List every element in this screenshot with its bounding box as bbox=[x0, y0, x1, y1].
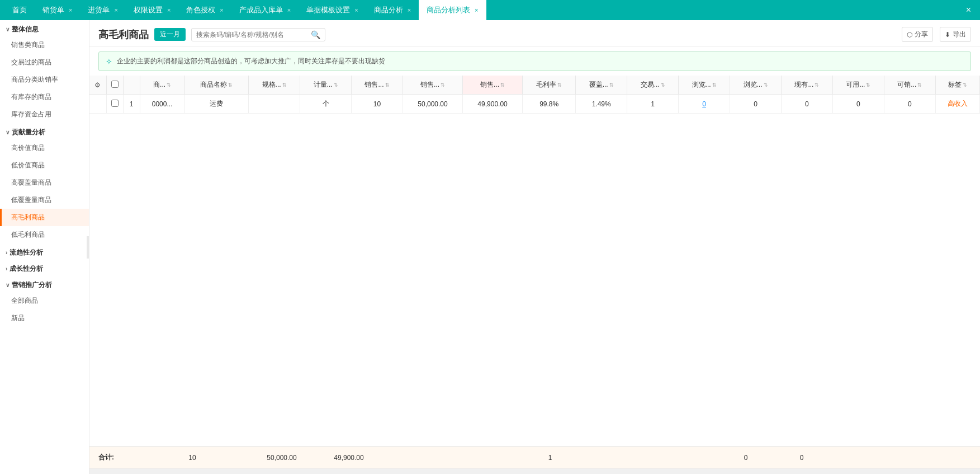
main-layout: « ∨ 整体信息 销售类商品 交易过的商品 商品分类助销率 有库存的商品 库存资… bbox=[0, 20, 980, 474]
nav-tab-home[interactable]: 首页 bbox=[4, 0, 35, 20]
close-roles-tab[interactable]: × bbox=[220, 7, 223, 13]
sidebar-item-stock-goods[interactable]: 有库存的商品 bbox=[0, 88, 89, 106]
col-gross-rate[interactable]: 毛利率⇅ bbox=[523, 76, 576, 95]
sidebar-section-marketing[interactable]: ∨ 营销推广分析 bbox=[0, 276, 89, 292]
col-browse2[interactable]: 浏览...⇅ bbox=[730, 76, 782, 95]
row-current: 0 bbox=[781, 95, 832, 114]
col-unit[interactable]: 计量...⇅ bbox=[300, 76, 352, 95]
nav-tab-analysis[interactable]: 商品分析 × bbox=[366, 0, 419, 20]
sidebar-item-low-coverage[interactable]: 低覆盖量商品 bbox=[0, 191, 89, 209]
col-name[interactable]: 商品名称⇅ bbox=[184, 76, 249, 95]
footer-available: 0 bbox=[774, 454, 830, 462]
search-box: 🔍 bbox=[191, 28, 325, 41]
row-trade: 1 bbox=[627, 95, 679, 114]
horizontal-scrollbar[interactable] bbox=[89, 468, 980, 474]
table-wrapper[interactable]: ⚙ 商...⇅ 商品名称⇅ 规格...⇅ bbox=[89, 76, 980, 446]
sidebar-item-new-goods[interactable]: 新品 bbox=[0, 309, 89, 327]
footer-current: 0 bbox=[718, 454, 774, 462]
section-arrow-trend: › bbox=[6, 250, 7, 256]
sidebar-item-stock-capital[interactable]: 库存资金占用 bbox=[0, 106, 89, 123]
sidebar-item-high-value[interactable]: 高价值商品 bbox=[0, 139, 89, 157]
sidebar: « ∨ 整体信息 销售类商品 交易过的商品 商品分类助销率 有库存的商品 库存资… bbox=[0, 20, 89, 474]
sidebar-item-high-margin[interactable]: 高毛利商品 bbox=[0, 209, 89, 226]
share-button[interactable]: ⬡ 分享 bbox=[902, 27, 933, 42]
page-title: 高毛利商品 bbox=[98, 28, 149, 41]
content-area: 高毛利商品 近一月 🔍 ⬡ 分享 ⬇ 导出 ✧ 企业的主要的利润都是这部分商品创… bbox=[89, 20, 980, 474]
section-arrow-overall: ∨ bbox=[6, 26, 10, 32]
col-settings[interactable]: ⚙ bbox=[89, 76, 106, 95]
row-browse1[interactable]: 0 bbox=[679, 95, 730, 114]
nav-tab-inbound[interactable]: 产成品入库单 × bbox=[231, 0, 299, 20]
col-sales-amount[interactable]: 销售...⇅ bbox=[403, 76, 462, 95]
close-analysis-list-tab[interactable]: × bbox=[475, 7, 478, 13]
browse1-link[interactable]: 0 bbox=[702, 100, 706, 108]
nav-tab-purchase[interactable]: 进货单 × bbox=[80, 0, 125, 20]
col-trade[interactable]: 交易...⇅ bbox=[627, 76, 679, 95]
row-checkbox-input[interactable] bbox=[111, 100, 119, 107]
sidebar-item-traded-goods[interactable]: 交易过的商品 bbox=[0, 54, 89, 71]
footer-cols: 10 50,000.00 49,900.00 1 0 0 bbox=[136, 454, 830, 462]
col-code[interactable]: 商...⇅ bbox=[140, 76, 184, 95]
search-input[interactable] bbox=[196, 31, 311, 39]
nav-tab-template[interactable]: 单据模板设置 × bbox=[299, 0, 366, 20]
info-banner: ✧ 企业的主要的利润都是这部分商品创造的，可考虑加大推广，同时关注库存是不要出现… bbox=[98, 51, 971, 71]
sidebar-item-all-goods[interactable]: 全部商品 bbox=[0, 292, 89, 309]
share-icon: ⬡ bbox=[907, 31, 912, 39]
close-sales-tab[interactable]: × bbox=[69, 7, 72, 13]
search-icon[interactable]: 🔍 bbox=[311, 30, 320, 39]
row-checkbox[interactable] bbox=[106, 95, 123, 114]
export-icon: ⬇ bbox=[945, 31, 950, 39]
close-permissions-tab[interactable]: × bbox=[167, 7, 171, 13]
close-analysis-tab[interactable]: × bbox=[408, 7, 411, 13]
settings-icon[interactable]: ⚙ bbox=[94, 81, 101, 89]
col-tag[interactable]: 标签⇅ bbox=[935, 76, 979, 95]
row-num: 1 bbox=[123, 95, 140, 114]
sidebar-item-high-coverage[interactable]: 高覆盖量商品 bbox=[0, 174, 89, 191]
export-button[interactable]: ⬇ 导出 bbox=[940, 27, 971, 42]
sidebar-section-contribution[interactable]: ∨ 贡献量分析 bbox=[0, 123, 89, 139]
header-right: ⬡ 分享 ⬇ 导出 bbox=[902, 27, 971, 42]
col-coverage[interactable]: 覆盖...⇅ bbox=[576, 76, 627, 95]
sidebar-item-low-margin[interactable]: 低毛利商品 bbox=[0, 226, 89, 243]
section-arrow-contribution: ∨ bbox=[6, 129, 10, 135]
col-browse1[interactable]: 浏览...⇅ bbox=[679, 76, 730, 95]
time-filter-button[interactable]: 近一月 bbox=[154, 28, 186, 41]
col-sales-qty[interactable]: 销售...⇅ bbox=[352, 76, 403, 95]
close-template-tab[interactable]: × bbox=[354, 7, 358, 13]
row-unit: 个 bbox=[300, 95, 352, 114]
sidebar-section-growth[interactable]: › 成长性分析 bbox=[0, 260, 89, 276]
col-sales-cost[interactable]: 销售...⇅ bbox=[463, 76, 523, 95]
sidebar-item-low-value[interactable]: 低价值商品 bbox=[0, 157, 89, 174]
info-icon: ✧ bbox=[106, 57, 112, 66]
nav-tab-permissions[interactable]: 权限设置 × bbox=[126, 0, 178, 20]
footer-trade: 1 bbox=[517, 454, 584, 462]
top-nav: 首页 销货单 × 进货单 × 权限设置 × 角色授权 × 产成品入库单 × 单据… bbox=[0, 0, 980, 20]
tag-label: 高收入 bbox=[948, 100, 968, 107]
row-code: 0000... bbox=[140, 95, 184, 114]
nav-tab-roles[interactable]: 角色授权 × bbox=[178, 0, 231, 20]
sidebar-section-trend[interactable]: › 流趋性分析 bbox=[0, 243, 89, 260]
section-arrow-growth: › bbox=[6, 266, 7, 272]
footer-sales-amount: 50,000.00 bbox=[248, 454, 315, 462]
col-available[interactable]: 可用...⇅ bbox=[832, 76, 884, 95]
sidebar-item-category-rate[interactable]: 商品分类助销率 bbox=[0, 71, 89, 88]
nav-tab-analysis-list[interactable]: 商品分析列表 × bbox=[419, 0, 486, 20]
select-all-checkbox[interactable] bbox=[111, 81, 119, 88]
content-header: 高毛利商品 近一月 🔍 ⬡ 分享 ⬇ 导出 bbox=[89, 20, 980, 47]
col-saleable[interactable]: 可销...⇅ bbox=[884, 76, 935, 95]
section-arrow-marketing: ∨ bbox=[6, 282, 10, 288]
close-purchase-tab[interactable]: × bbox=[114, 7, 117, 13]
nav-tab-sales[interactable]: 销货单 × bbox=[35, 0, 80, 20]
row-browse2: 0 bbox=[730, 95, 782, 114]
footer-total: 合计: 10 50,000.00 49,900.00 1 0 0 bbox=[89, 446, 980, 468]
row-tag: 高收入 bbox=[935, 95, 979, 114]
info-text: 企业的主要的利润都是这部分商品创造的，可考虑加大推广，同时关注库存是不要出现缺货 bbox=[117, 57, 385, 66]
sidebar-item-sales-goods[interactable]: 销售类商品 bbox=[0, 36, 89, 54]
sidebar-section-overall[interactable]: ∨ 整体信息 bbox=[0, 20, 89, 36]
col-spec[interactable]: 规格...⇅ bbox=[249, 76, 300, 95]
close-window-button[interactable]: × bbox=[962, 5, 976, 15]
row-spec bbox=[249, 95, 300, 114]
data-table: ⚙ 商...⇅ 商品名称⇅ 规格...⇅ bbox=[89, 76, 980, 114]
col-current[interactable]: 现有...⇅ bbox=[781, 76, 832, 95]
close-inbound-tab[interactable]: × bbox=[287, 7, 291, 13]
